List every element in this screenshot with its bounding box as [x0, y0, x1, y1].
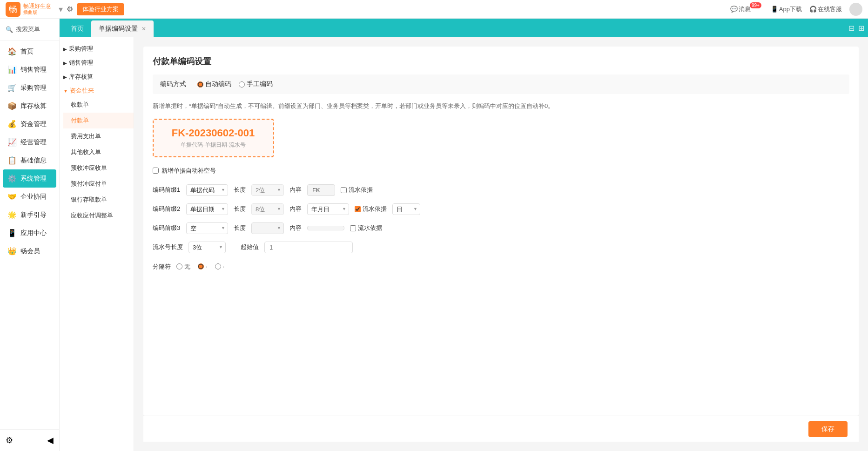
sec-funds-submenu: 收款单 付款单 费用支出单 其他收入单 预收冲应收单 预付冲 — [60, 97, 134, 223]
prefix1-watermark-checkbox[interactable] — [341, 187, 347, 193]
sidebar-item-purchase[interactable]: 🛒 采购管理 — [0, 79, 59, 97]
sidebar-item-member[interactable]: 👑 畅会员 — [0, 242, 59, 260]
sec-item-payment[interactable]: 付款单 — [63, 113, 134, 128]
secondary-sidebar: ▶ 采购管理 ▶ 销售管理 ▶ 库存核算 ▼ 资金往来 收款单 — [60, 37, 134, 451]
sec-group-sales[interactable]: ▶ 销售管理 — [60, 55, 134, 69]
member-icon: 👑 — [7, 247, 17, 256]
message-icon: 💬 — [730, 6, 738, 13]
nav-arrow[interactable]: ▾ — [59, 4, 63, 14]
chevron-right-icon-2: ▶ — [63, 61, 67, 66]
sidebar-item-inventory[interactable]: 📦 库存核算 — [0, 97, 59, 115]
prefix2-watermark[interactable]: 流水依据 — [355, 205, 387, 213]
left-sidebar: 🔍 搜索菜单 🏠 首页 📊 销售管理 🛒 采购管理 📦 库存核算 💰 — [0, 19, 60, 451]
prefix3-watermark[interactable]: 流水依据 — [350, 224, 382, 232]
auto-fill-checkbox[interactable] — [153, 168, 159, 174]
prefix1-label: 编码前缀1 — [153, 186, 181, 194]
tab-encoding-settings[interactable]: 单据编码设置 ✕ — [91, 20, 154, 37]
sidebar-item-sales[interactable]: 📊 销售管理 — [0, 61, 59, 79]
prefix1-content-value: FK — [307, 184, 335, 196]
main-content: 付款单编码设置 编码方式 自动编码 手工编码 — [134, 37, 868, 451]
separator-row: 分隔符 无 · · — [153, 263, 849, 271]
messages-btn[interactable]: 💬 消息 99+ — [730, 5, 763, 13]
config-row-1: 编码前缀1 单据代码 长度 2位 内容 — [153, 184, 849, 196]
manual-code-option[interactable]: 手工编码 — [239, 80, 273, 88]
prefix3-content-value — [307, 226, 344, 230]
sec-group-funds[interactable]: ▼ 资金往来 — [60, 83, 134, 97]
sec-group-purchase[interactable]: ▶ 采购管理 — [60, 41, 134, 55]
online-service-btn[interactable]: 🎧 在线客服 — [809, 5, 842, 13]
finance-icon: 💰 — [7, 120, 17, 128]
purchase-icon: 🛒 — [7, 83, 17, 92]
chevron-right-icon-3: ▶ — [63, 74, 67, 80]
tab-minimize-button[interactable]: ⊟ — [848, 24, 855, 33]
app-download-btn[interactable]: 📱 App下载 — [771, 5, 802, 13]
prefix2-period-select[interactable]: 日 — [392, 203, 420, 215]
sidebar-item-system[interactable]: ⚙️ 系统管理 — [3, 169, 56, 188]
system-icon: ⚙️ — [7, 174, 17, 183]
prefix1-watermark[interactable]: 流水依据 — [341, 186, 373, 194]
auto-fill-label: 新增单据自动补空号 — [161, 167, 216, 175]
brand-logo: 畅 畅通好生意 插曲版 — [6, 2, 51, 17]
encoding-radio-group: 自动编码 手工编码 — [197, 80, 273, 88]
sec-item-bank[interactable]: 银行存取款单 — [63, 192, 134, 208]
sidebar-item-finance[interactable]: 💰 资金管理 — [0, 115, 59, 133]
sidebar-bottom: ⚙ ◀ — [0, 429, 59, 451]
tab-home[interactable]: 首页 — [63, 20, 91, 37]
prefix3-length-select[interactable] — [251, 222, 284, 234]
sidebar-item-enterprise[interactable]: 🤝 企业协同 — [0, 188, 59, 206]
sec-item-other-income[interactable]: 其他收入单 — [63, 144, 134, 160]
tab-close-icon[interactable]: ✕ — [141, 26, 146, 32]
separator-none-option[interactable]: 无 — [176, 263, 190, 271]
prefix1-length-label: 长度 — [234, 186, 246, 194]
prefix1-type-wrapper: 单据代码 — [186, 184, 228, 196]
sidebar-item-basic-info[interactable]: 📋 基础信息 — [0, 151, 59, 169]
chevron-right-icon: ▶ — [63, 47, 67, 52]
prefix3-type-select[interactable]: 空 — [186, 222, 228, 234]
auto-code-option[interactable]: 自动编码 — [197, 80, 231, 88]
prefix2-length-select: 8位 — [251, 203, 284, 215]
prefix1-type-select[interactable]: 单据代码 — [186, 184, 228, 196]
content-area: ▶ 采购管理 ▶ 销售管理 ▶ 库存核算 ▼ 资金往来 收款单 — [60, 37, 868, 451]
sec-group-inventory[interactable]: ▶ 库存核算 — [60, 69, 134, 83]
guide-icon: 🌟 — [7, 210, 17, 219]
prefix2-watermark-checkbox[interactable] — [355, 206, 361, 212]
sidebar-item-app-center[interactable]: 📱 应用中心 — [0, 224, 59, 242]
config-row-3: 编码前缀3 空 长度 内容 — [153, 222, 849, 234]
messages-badge: 99+ — [750, 2, 761, 8]
serial-length-label: 流水号长度 — [153, 243, 183, 251]
sidebar-menu: 🏠 首页 📊 销售管理 🛒 采购管理 📦 库存核算 💰 资金管理 📈 经 — [0, 40, 59, 429]
sec-item-expense[interactable]: 费用支出单 — [63, 128, 134, 144]
trial-button[interactable]: 体验行业方案 — [77, 3, 124, 15]
prefix2-type-select[interactable]: 单据日期 — [186, 203, 228, 215]
settings-gear-icon[interactable]: ⚙ — [67, 5, 73, 13]
sec-item-pre-payable[interactable]: 预付冲应付单 — [63, 176, 134, 192]
header-left: 畅 畅通好生意 插曲版 ▾ ⚙ 体验行业方案 — [6, 2, 124, 17]
preview-sub: 单据代码-单据日期-流水号 — [165, 141, 262, 149]
separator-dot-option[interactable]: · — [198, 263, 208, 270]
user-avatar[interactable] — [849, 3, 862, 16]
search-menu-button[interactable]: 🔍 搜索菜单 — [4, 23, 55, 35]
config-row-2: 编码前缀2 单据日期 长度 8位 内容 — [153, 203, 849, 215]
settings-icon[interactable]: ⚙ — [6, 435, 13, 445]
collapse-icon[interactable]: ◀ — [47, 435, 54, 445]
tab-maximize-button[interactable]: ⊞ — [858, 24, 864, 33]
prefix3-length-wrapper — [251, 222, 284, 234]
sidebar-search-area: 🔍 搜索菜单 — [0, 19, 59, 40]
start-value-input[interactable] — [264, 242, 353, 253]
prefix3-watermark-checkbox[interactable] — [350, 225, 356, 231]
brand-text: 畅通好生意 插曲版 — [23, 3, 51, 15]
prefix1-length-wrapper: 2位 — [251, 184, 284, 196]
sidebar-item-operations[interactable]: 📈 经营管理 — [0, 133, 59, 151]
prefix2-content-select[interactable]: 年月日 — [307, 203, 349, 215]
sidebar-item-guide[interactable]: 🌟 新手引导 — [0, 206, 59, 224]
serial-length-select[interactable]: 3位 — [188, 242, 226, 253]
separator-dash-option[interactable]: · — [215, 263, 225, 270]
sidebar-item-home[interactable]: 🏠 首页 — [0, 42, 59, 61]
sec-item-pre-receivable[interactable]: 预收冲应收单 — [63, 160, 134, 176]
inventory-icon: 📦 — [7, 101, 17, 110]
sec-item-receipt[interactable]: 收款单 — [63, 97, 134, 113]
prefix2-period-wrapper: 日 — [392, 203, 420, 215]
save-button[interactable]: 保存 — [808, 421, 848, 437]
sec-item-adjustment[interactable]: 应收应付调整单 — [63, 208, 134, 223]
app-center-icon: 📱 — [7, 229, 17, 237]
